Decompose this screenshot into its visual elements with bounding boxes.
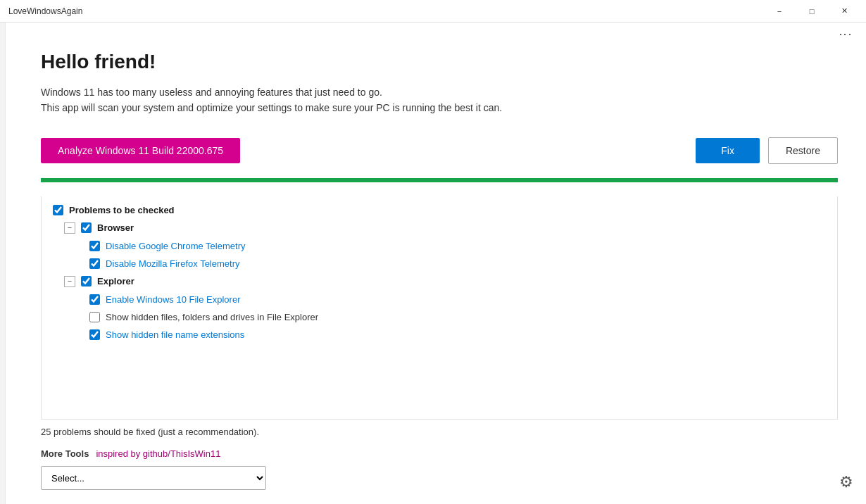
actions-row: Analyze Windows 11 Build 22000.675 Fix R…: [41, 137, 838, 164]
main-area: ⋮ Hello friend! Windows 11 has too many …: [0, 23, 866, 504]
description-line1: Windows 11 has too many useless and anno…: [41, 87, 382, 98]
gear-icon[interactable]: ⚙: [839, 473, 853, 491]
chrome-telemetry-item: Disable Google Chrome Telemetry: [89, 241, 826, 251]
root-label[interactable]: Problems to be checked: [69, 205, 175, 215]
explorer-label[interactable]: Explorer: [97, 276, 134, 286]
analyze-button[interactable]: Analyze Windows 11 Build 22000.675: [41, 138, 240, 163]
firefox-telemetry-item: Disable Mozilla Firefox Telemetry: [89, 258, 826, 269]
description-line2: This app will scan your system and optim…: [41, 102, 502, 113]
page-title: Hello friend!: [41, 51, 838, 73]
window-controls: − □ ✕: [763, 0, 860, 23]
browser-label[interactable]: Browser: [97, 222, 134, 233]
close-button[interactable]: ✕: [828, 0, 860, 23]
hidden-files-item: Show hidden files, folders and drives in…: [89, 312, 826, 322]
root-checkbox[interactable]: [53, 205, 63, 215]
win10-explorer-label[interactable]: Enable Windows 10 File Explorer: [106, 294, 240, 305]
description: Windows 11 has too many useless and anno…: [41, 84, 838, 116]
firefox-telemetry-label[interactable]: Disable Mozilla Firefox Telemetry: [106, 258, 240, 269]
win10-explorer-checkbox[interactable]: [89, 294, 100, 305]
maximize-button[interactable]: □: [796, 0, 828, 23]
problems-count: 25 problems should be fixed (just a reco…: [41, 427, 838, 437]
fix-button[interactable]: Fix: [696, 138, 760, 163]
hidden-extensions-item: Show hidden file name extensions: [89, 329, 826, 340]
tools-dropdown[interactable]: Select... Tool 1 Tool 2 Tool 3: [41, 466, 266, 490]
chrome-telemetry-checkbox[interactable]: [89, 241, 100, 251]
more-tools-link[interactable]: inspired by github/ThisIsWin11: [96, 448, 220, 459]
hidden-files-checkbox[interactable]: [89, 312, 100, 322]
sidebar-strip: [0, 23, 6, 504]
more-tools-label: More Tools: [41, 448, 89, 459]
root-check-item: Problems to be checked: [53, 205, 826, 215]
firefox-telemetry-checkbox[interactable]: [89, 258, 100, 269]
app-title: LoveWindowsAgain: [8, 6, 82, 16]
explorer-checkbox[interactable]: [81, 276, 92, 286]
checklist-area: Problems to be checked − Browser Disable…: [41, 196, 838, 420]
more-tools-row: More Tools inspired by github/ThisIsWin1…: [41, 448, 838, 459]
win10-explorer-item: Enable Windows 10 File Explorer: [89, 294, 826, 305]
hidden-extensions-checkbox[interactable]: [89, 329, 100, 340]
explorer-category: − Explorer: [64, 276, 826, 287]
browser-category: − Browser: [64, 222, 826, 234]
hidden-extensions-label[interactable]: Show hidden file name extensions: [106, 329, 244, 340]
minimize-button[interactable]: −: [763, 0, 796, 23]
progress-bar-fill: [41, 178, 838, 182]
restore-button[interactable]: Restore: [768, 137, 838, 164]
progress-bar-container: [41, 178, 838, 182]
explorer-collapse-btn[interactable]: −: [64, 276, 75, 287]
content-area: ⋮ Hello friend! Windows 11 has too many …: [6, 23, 866, 504]
chrome-telemetry-label[interactable]: Disable Google Chrome Telemetry: [106, 241, 245, 251]
browser-collapse-btn[interactable]: −: [64, 222, 75, 234]
three-dot-menu[interactable]: ⋮: [839, 28, 852, 39]
browser-checkbox[interactable]: [81, 222, 92, 233]
hidden-files-label[interactable]: Show hidden files, folders and drives in…: [106, 312, 318, 322]
titlebar: LoveWindowsAgain − □ ✕: [0, 0, 866, 23]
